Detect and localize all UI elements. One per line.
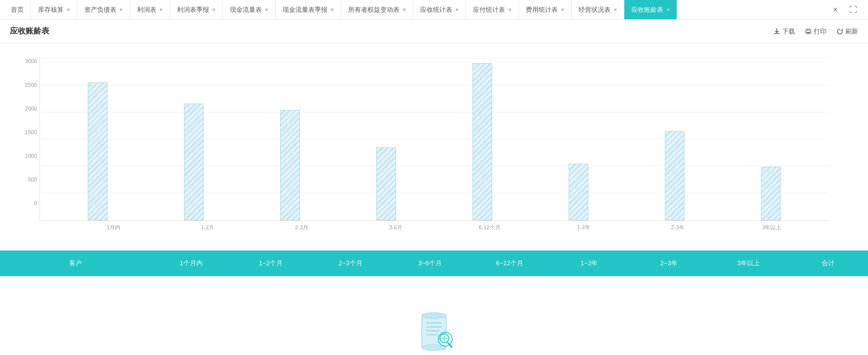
tab-inventory[interactable]: 库存核算 × [31,0,77,20]
download-icon [773,28,780,35]
tab-bar: 首页 库存核算 × 资产负债表 × 利润表 × 利润表季报 × 现金流量表 × … [0,0,868,20]
tab-close-icon[interactable]: × [119,6,123,13]
x-label-2-3月: 2-3月 [254,224,349,231]
tab-close-icon[interactable]: × [265,6,268,13]
bar-group-7 [626,58,723,220]
chart-plot-area [39,58,829,221]
grid-line [40,85,829,85]
x-axis: 1月内 1-2月 2-3月 3-6月 6-12个月 1-2年 2-3年 3年以上 [67,224,819,231]
main-content: 0 500 1000 1500 2000 2500 3000 [0,43,868,355]
tab-operations[interactable]: 经营状况表 × [572,0,624,20]
empty-state [397,296,471,355]
bar-group-1 [50,58,146,220]
tab-label: 费用统计表 [526,5,558,14]
tab-profit-quarterly[interactable]: 利润表季报 × [170,0,223,20]
table-header-2-3year: 2~3年 [629,259,709,268]
maximize-window-button[interactable]: ⛶ [846,3,860,17]
tab-close-icon[interactable]: × [508,6,511,13]
empty-illustration [407,306,461,355]
page-header: 应收账龄表 下载 打印 刷新 [0,20,868,43]
x-label-6-12月: 6-12个月 [443,224,537,231]
svg-point-4 [422,313,446,319]
table-header-total: 合计 [789,259,868,268]
tab-expense-stats[interactable]: 费用统计表 × [519,0,572,20]
y-axis: 0 500 1000 1500 2000 2500 3000 [12,58,37,206]
tab-home[interactable]: 首页 [4,0,31,20]
tab-cashflow[interactable]: 现金流量表 × [223,0,276,20]
grid-line [40,139,829,140]
table-header-3-6month: 3~6个月 [390,259,470,268]
table-header-2-3month: 2~3个月 [311,259,390,268]
bars-container [40,58,829,220]
tab-close-icon[interactable]: × [614,6,617,13]
tab-label: 应付统计表 [473,5,505,14]
tab-receivable-stats[interactable]: 应收统计表 × [413,0,466,20]
x-label-2-3年: 2-3年 [631,224,725,231]
tab-label: 应收统计表 [420,5,452,14]
table-header-client: 客户 [0,259,151,268]
print-icon [805,28,812,35]
grid-line [40,58,829,59]
close-window-button[interactable]: × [829,3,842,17]
tab-close-icon[interactable]: × [67,6,70,13]
x-label-1-2月: 1-2月 [161,224,255,231]
tab-close-icon[interactable]: × [561,6,564,13]
x-label-3年以上: 3年以上 [724,224,819,231]
bar-1月内 [88,82,108,220]
x-label-1月内: 1月内 [67,224,161,231]
bar-group-3 [242,58,338,220]
tab-label: 利润表季报 [177,5,209,14]
tab-profit[interactable]: 利润表 × [130,0,170,20]
tab-label: 应收账龄表 [631,5,663,14]
tab-cashflow-quarterly[interactable]: 现金流量表季报 × [276,0,341,20]
bar-group-5 [434,58,531,220]
bar-group-8 [723,58,819,220]
page-title: 应收账龄表 [10,26,49,36]
print-button[interactable]: 打印 [805,27,827,36]
download-label: 下载 [782,27,795,36]
table-header-6-12month: 6~12个月 [470,259,549,268]
table-body [0,276,868,355]
tab-label: 现金流量表 [230,5,262,14]
bar-3-6月 [376,147,396,220]
table-header-1month: 1个月内 [151,259,231,268]
tab-close-icon[interactable]: × [212,6,216,13]
bar-3年以上 [761,167,781,220]
table-header-1-2month: 1~2个月 [231,259,310,268]
tab-label: 库存核算 [38,5,64,14]
grid-line [40,193,829,193]
tab-close-icon[interactable]: × [330,6,334,13]
tab-label: 经营状况表 [579,5,611,14]
refresh-button[interactable]: 刷新 [836,27,858,36]
tab-payable-stats[interactable]: 应付统计表 × [466,0,519,20]
bar-2-3月 [280,110,300,220]
table-header-3year-plus: 3年以上 [709,259,788,268]
tab-receivable-aging[interactable]: 应收账龄表 × [624,0,677,20]
x-label-3-6月: 3-6月 [349,224,443,231]
tab-close-icon[interactable]: × [455,6,459,13]
grid-line [40,112,829,112]
tab-balance[interactable]: 资产负债表 × [77,0,130,20]
tab-close-icon[interactable]: × [402,6,406,13]
bar-group-4 [338,58,434,220]
bar-6-12月 [472,63,492,220]
tab-close-icon[interactable]: × [666,6,670,13]
tab-label: 利润表 [137,5,156,14]
window-controls: × ⛶ [829,3,864,17]
bar-1-2年 [569,164,588,220]
tab-label: 现金流量表季报 [283,5,327,14]
tab-label: 资产负债表 [84,5,116,14]
download-button[interactable]: 下载 [773,27,795,36]
print-label: 打印 [814,27,827,36]
tab-equity[interactable]: 所有者权益变动表 × [341,0,413,20]
bar-2-3年 [665,131,685,220]
table-header: 客户 1个月内 1~2个月 2~3个月 3~6个月 6~12个月 1~2年 2~… [0,250,868,276]
tab-close-icon[interactable]: × [159,6,163,13]
refresh-icon [836,28,843,35]
grid-line [40,166,829,166]
svg-rect-1 [807,32,810,33]
bar-group-6 [530,58,626,220]
tab-label: 所有者权益变动表 [348,5,399,14]
x-label-1-2年: 1-2年 [537,224,631,231]
bar-group-2 [146,58,242,220]
